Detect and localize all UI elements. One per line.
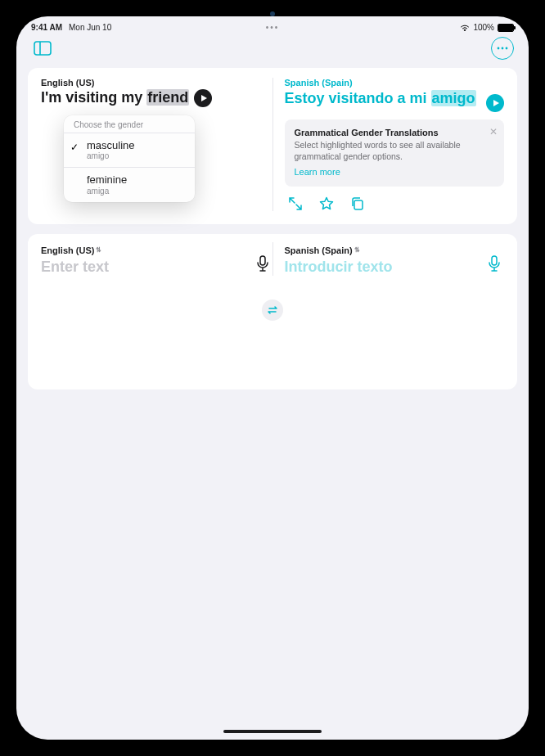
source-language-label: English (US): [41, 78, 261, 88]
chevron-updown-icon: ⇅: [354, 246, 360, 254]
play-source-button[interactable]: [194, 89, 212, 107]
source-text[interactable]: I'm visiting my friend: [41, 89, 189, 107]
target-text-input[interactable]: Introducir texto: [285, 259, 505, 276]
close-info-button[interactable]: ✕: [489, 126, 498, 137]
gender-option-feminine[interactable]: feminine amiga: [64, 167, 195, 201]
svg-point-3: [502, 47, 504, 50]
home-indicator[interactable]: [223, 730, 322, 733]
target-text[interactable]: Estoy visitando a mi amigo: [285, 89, 505, 108]
wifi-icon: [460, 24, 470, 32]
favorite-icon[interactable]: [319, 196, 334, 211]
svg-point-4: [506, 47, 508, 50]
source-mic-button[interactable]: [256, 255, 269, 275]
svg-rect-6: [260, 256, 265, 265]
check-icon: ✓: [70, 142, 79, 153]
info-body: Select highlighted words to see all avai…: [295, 139, 495, 162]
translation-result-card: English (US) I'm visiting my friend Choo…: [28, 68, 517, 224]
status-date: Mon Jun 10: [69, 23, 111, 32]
popup-header: Choose the gender: [64, 115, 195, 133]
info-title: Grammatical Gender Translations: [295, 128, 495, 137]
gender-option-masculine[interactable]: ✓ masculine amigo: [64, 133, 195, 167]
status-time: 9:41 AM: [31, 23, 62, 32]
learn-more-link[interactable]: Learn more: [295, 167, 340, 177]
sidebar-toggle-button[interactable]: [31, 38, 54, 58]
more-options-button[interactable]: [491, 37, 514, 60]
target-language-label: Spanish (Spain): [285, 78, 505, 88]
gender-selection-popup: Choose the gender ✓ masculine amigo femi…: [64, 115, 195, 202]
status-bar: 9:41 AM Mon Jun 10 ••• 100%: [16, 16, 529, 34]
target-language-selector[interactable]: Spanish (Spain)⇅: [285, 245, 360, 255]
target-mic-button[interactable]: [488, 255, 501, 275]
swap-languages-button[interactable]: [262, 299, 283, 321]
highlighted-target-word[interactable]: amigo: [431, 90, 476, 106]
svg-rect-0: [34, 42, 51, 55]
svg-rect-7: [492, 256, 497, 265]
copy-icon[interactable]: [350, 196, 365, 211]
svg-rect-5: [354, 200, 363, 209]
highlighted-source-word[interactable]: friend: [146, 89, 189, 106]
expand-icon[interactable]: [288, 196, 303, 211]
multitask-dots[interactable]: •••: [266, 23, 280, 32]
source-language-selector[interactable]: English (US)⇅: [41, 245, 101, 255]
gender-info-box: ✕ Grammatical Gender Translations Select…: [285, 119, 505, 187]
source-text-input[interactable]: Enter text: [41, 259, 261, 276]
chevron-updown-icon: ⇅: [96, 246, 101, 254]
svg-point-2: [498, 47, 500, 50]
battery-icon: [498, 24, 514, 32]
play-target-button[interactable]: [486, 94, 504, 112]
translation-input-card: English (US)⇅ Enter text Spanish (Spain)…: [28, 234, 517, 389]
battery-label: 100%: [473, 23, 494, 32]
